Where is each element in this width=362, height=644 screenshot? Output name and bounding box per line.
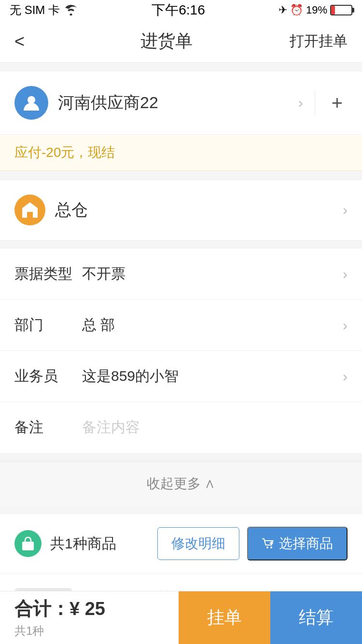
svg-point-0: [28, 96, 35, 104]
supplier-avatar: [14, 86, 48, 120]
bag-icon: [20, 536, 36, 551]
page-title: 进货单: [140, 29, 193, 53]
warehouse-row[interactable]: 总仓 ›: [0, 180, 362, 240]
status-bar-left: 无 SIM 卡: [10, 2, 78, 18]
supplier-name: 河南供应商22: [58, 92, 298, 114]
status-bar: 无 SIM 卡 下午6:16 ✈ ⏰ 19%: [0, 0, 362, 20]
form-section: 票据类型 不开票 › 部门 总 部 › 业务员 这是859的小智 › 备注 备注…: [0, 249, 362, 453]
select-product-label: 选择商品: [279, 534, 333, 553]
chevron-right-icon: ›: [343, 202, 348, 218]
status-bar-right: ✈ ⏰ 19%: [278, 4, 352, 16]
dept-row[interactable]: 部门 总 部 ›: [0, 300, 362, 351]
salesman-row[interactable]: 业务员 这是859的小智 ›: [0, 351, 362, 402]
chevron-right-icon: ›: [298, 95, 303, 111]
warehouse-icon-wrap: [14, 195, 45, 225]
svg-rect-1: [22, 542, 34, 550]
dept-label: 部门: [14, 315, 82, 335]
hang-button[interactable]: 挂单: [179, 591, 270, 644]
battery-icon: [330, 5, 352, 15]
total-label: 合计：: [14, 599, 70, 619]
product-count-icon: [14, 530, 42, 557]
supplier-row[interactable]: 河南供应商22 › +: [0, 71, 362, 135]
remark-label: 备注: [14, 418, 82, 437]
remark-row[interactable]: 备注 备注内容: [0, 402, 362, 453]
warehouse-icon: [21, 201, 39, 219]
supplier-alert: 应付-20元，现结: [0, 135, 362, 171]
products-header: 共1种商品 修改明细 选择商品: [0, 514, 362, 574]
invoice-label: 票据类型: [14, 264, 82, 284]
carrier-text: 无 SIM 卡: [10, 2, 60, 18]
total-count: 共1种: [14, 623, 164, 639]
battery-text: 19%: [306, 4, 327, 16]
location-icon: ✈: [278, 4, 287, 16]
settle-button[interactable]: 结算: [270, 591, 362, 644]
supplier-section: 河南供应商22 › + 应付-20元，现结: [0, 71, 362, 171]
nav-bar: < 进货单 打开挂单: [0, 20, 362, 63]
salesman-value: 这是859的小智: [82, 366, 343, 386]
user-icon: [22, 93, 41, 112]
chevron-right-icon: ›: [343, 266, 348, 282]
svg-point-2: [266, 546, 268, 548]
alarm-icon: ⏰: [290, 4, 303, 16]
dept-value: 总 部: [82, 315, 343, 335]
remark-input[interactable]: 备注内容: [82, 418, 348, 437]
footer: 合计：¥ 25 共1种 挂单 结算: [0, 591, 362, 644]
invoice-value: 不开票: [82, 264, 343, 284]
wifi-icon: [64, 5, 78, 15]
chevron-right-icon: ›: [343, 368, 348, 385]
footer-total: 合计：¥ 25 共1种: [0, 591, 179, 644]
salesman-label: 业务员: [14, 366, 82, 386]
back-button[interactable]: <: [14, 31, 43, 52]
open-hang-button[interactable]: 打开挂单: [290, 31, 348, 51]
warehouse-name: 总仓: [55, 199, 343, 221]
status-bar-time: 下午6:16: [152, 1, 205, 19]
product-count-text: 共1种商品: [50, 534, 157, 554]
vertical-divider: [315, 91, 315, 115]
select-product-button[interactable]: 选择商品: [247, 527, 348, 560]
collapse-bar[interactable]: 收起更多 ∧: [0, 462, 362, 505]
total-value: ¥ 25: [70, 599, 105, 619]
invoice-row[interactable]: 票据类型 不开票 ›: [0, 249, 362, 300]
chevron-right-icon: ›: [343, 317, 348, 334]
edit-detail-button[interactable]: 修改明细: [157, 527, 239, 560]
svg-point-3: [270, 546, 272, 548]
warehouse-section: 总仓 ›: [0, 180, 362, 240]
cart-icon: [262, 537, 275, 550]
total-amount: 合计：¥ 25: [14, 597, 164, 621]
add-supplier-button[interactable]: +: [327, 92, 348, 114]
